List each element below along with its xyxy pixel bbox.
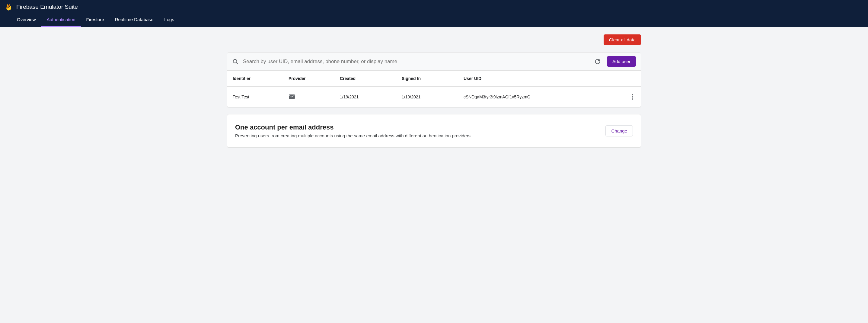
cell-user-uid: cSNDgaM3tyr3t9lzmAGf1y5RyzmG [464,94,617,99]
table-row: Test Test 1/19/2021 1/19/2021 cSNDgaM3ty… [227,87,641,107]
top-action-row: Clear all data [227,34,641,52]
tab-realtime-database[interactable]: Realtime Database [110,12,159,27]
account-setting-card: One account per email address Preventing… [227,114,641,148]
more-vert-icon [632,94,633,100]
add-user-button[interactable]: Add user [607,56,636,67]
refresh-icon [594,58,601,65]
clear-all-data-button[interactable]: Clear all data [603,34,641,45]
users-card: Add user Identifier Provider Created Sig… [227,52,641,108]
col-user-uid: User UID [464,76,617,81]
svg-rect-2 [289,94,295,99]
search-input[interactable] [243,59,588,65]
cell-identifier: Test Test [233,94,288,99]
change-button[interactable]: Change [606,125,633,137]
col-identifier: Identifier [233,76,288,81]
nav-tabs: Overview Authentication Firestore Realti… [0,12,868,27]
main-content: Clear all data Add user [227,27,641,160]
svg-point-4 [632,96,633,97]
tab-logs[interactable]: Logs [159,12,180,27]
svg-point-5 [632,98,633,99]
tab-overview[interactable]: Overview [11,12,41,27]
svg-point-3 [632,94,633,95]
search-row: Add user [227,53,641,71]
svg-line-1 [236,62,238,64]
cell-provider [288,94,340,99]
refresh-button[interactable] [592,56,603,67]
firebase-logo-icon [5,3,12,11]
cell-created: 1/19/2021 [340,94,402,99]
tab-authentication[interactable]: Authentication [41,12,81,27]
header-bar: Firebase Emulator Suite Overview Authent… [0,0,868,27]
email-icon [288,94,340,99]
setting-title: One account per email address [235,123,598,131]
col-signed-in: Signed In [402,76,464,81]
setting-text: One account per email address Preventing… [235,123,598,138]
cell-signed-in: 1/19/2021 [402,94,464,99]
setting-description: Preventing users from creating multiple … [235,133,598,138]
table-header-row: Identifier Provider Created Signed In Us… [227,71,641,87]
col-provider: Provider [288,76,340,81]
col-created: Created [340,76,402,81]
row-more-button[interactable] [630,92,635,102]
app-title: Firebase Emulator Suite [16,4,78,10]
svg-point-0 [233,59,237,63]
header-top: Firebase Emulator Suite [0,0,868,12]
search-icon [232,58,239,65]
tab-firestore[interactable]: Firestore [81,12,110,27]
